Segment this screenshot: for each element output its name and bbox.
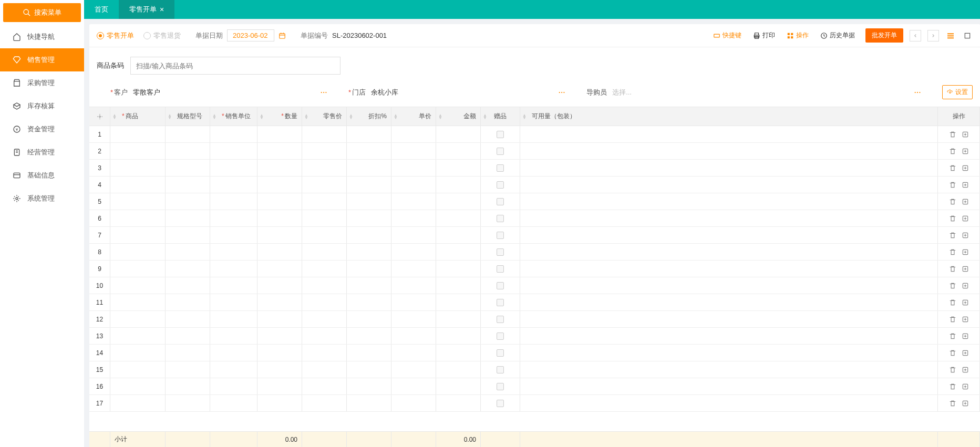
gift-checkbox[interactable] bbox=[497, 316, 504, 323]
radio-retail-open[interactable]: 零售开单 bbox=[97, 31, 134, 40]
btn-batch-order[interactable]: 批发开单 bbox=[865, 28, 903, 43]
add-row-icon[interactable] bbox=[962, 332, 969, 340]
store-picker-icon[interactable]: ··· bbox=[559, 89, 565, 96]
nav-basic[interactable]: 基础信息 bbox=[0, 164, 84, 187]
add-row-icon[interactable] bbox=[962, 164, 969, 172]
tab-retail[interactable]: 零售开单 × bbox=[119, 0, 174, 19]
table-row[interactable]: 17 bbox=[89, 395, 980, 412]
delete-icon[interactable] bbox=[949, 282, 956, 289]
delete-icon[interactable] bbox=[949, 148, 956, 155]
gift-checkbox[interactable] bbox=[497, 282, 504, 289]
delete-icon[interactable] bbox=[949, 332, 956, 340]
table-row[interactable]: 1 bbox=[89, 126, 980, 143]
filter-customer[interactable]: *客户 零散客户 bbox=[110, 88, 175, 97]
table-row[interactable]: 9 bbox=[89, 261, 980, 277]
add-row-icon[interactable] bbox=[962, 366, 969, 373]
table-row[interactable]: 14 bbox=[89, 345, 980, 361]
delete-icon[interactable] bbox=[949, 383, 956, 390]
nav-quick[interactable]: 快捷导航 bbox=[0, 25, 84, 48]
nav-system[interactable]: 系统管理 bbox=[0, 187, 84, 210]
add-row-icon[interactable] bbox=[962, 181, 969, 189]
tool-shortcut[interactable]: 快捷键 bbox=[713, 31, 741, 40]
delete-icon[interactable] bbox=[949, 198, 956, 205]
nav-inventory[interactable]: 库存核算 bbox=[0, 95, 84, 118]
gift-checkbox[interactable] bbox=[497, 383, 504, 390]
table-row[interactable]: 12 bbox=[89, 311, 980, 328]
gift-checkbox[interactable] bbox=[497, 349, 504, 357]
table-row[interactable]: 11 bbox=[89, 294, 980, 311]
prev-button[interactable] bbox=[910, 30, 921, 41]
delete-icon[interactable] bbox=[949, 316, 956, 323]
add-row-icon[interactable] bbox=[962, 232, 969, 239]
gift-checkbox[interactable] bbox=[497, 232, 504, 239]
radio-retail-return[interactable]: 零售退货 bbox=[143, 31, 181, 40]
nav-purchase[interactable]: 采购管理 bbox=[0, 71, 84, 95]
table-row[interactable]: 7 bbox=[89, 227, 980, 244]
gift-checkbox[interactable] bbox=[497, 248, 504, 256]
table-row[interactable]: 13 bbox=[89, 328, 980, 345]
gift-checkbox[interactable] bbox=[497, 400, 504, 407]
filter-store[interactable]: *门店 余杭小库 bbox=[348, 88, 413, 97]
add-row-icon[interactable] bbox=[962, 215, 969, 222]
delete-icon[interactable] bbox=[949, 265, 956, 273]
delete-icon[interactable] bbox=[949, 232, 956, 239]
gift-checkbox[interactable] bbox=[497, 181, 504, 189]
add-row-icon[interactable] bbox=[962, 383, 969, 390]
add-row-icon[interactable] bbox=[962, 400, 969, 407]
nav-sales[interactable]: 销售管理 bbox=[0, 48, 84, 71]
list-view-button[interactable] bbox=[945, 30, 956, 41]
add-row-icon[interactable] bbox=[962, 299, 969, 306]
add-row-icon[interactable] bbox=[962, 148, 969, 155]
next-button[interactable] bbox=[927, 30, 939, 41]
table-row[interactable]: 4 bbox=[89, 176, 980, 193]
gift-checkbox[interactable] bbox=[497, 198, 504, 205]
delete-icon[interactable] bbox=[949, 299, 956, 306]
table-row[interactable]: 6 bbox=[89, 210, 980, 227]
delete-icon[interactable] bbox=[949, 349, 956, 357]
close-icon[interactable]: × bbox=[160, 5, 164, 14]
add-row-icon[interactable] bbox=[962, 248, 969, 256]
add-row-icon[interactable] bbox=[962, 198, 969, 205]
gift-checkbox[interactable] bbox=[497, 148, 504, 155]
tool-print[interactable]: 打印 bbox=[753, 31, 775, 40]
settings-button[interactable]: 设置 bbox=[942, 85, 973, 99]
gift-checkbox[interactable] bbox=[497, 164, 504, 172]
add-row-icon[interactable] bbox=[962, 131, 969, 138]
expand-button[interactable] bbox=[962, 30, 973, 41]
table-row[interactable]: 5 bbox=[89, 193, 980, 210]
nav-finance[interactable]: ¥ 资金管理 bbox=[0, 118, 84, 141]
table-row[interactable]: 2 bbox=[89, 143, 980, 160]
calendar-icon[interactable] bbox=[278, 32, 286, 39]
table-row[interactable]: 15 bbox=[89, 361, 980, 378]
guide-picker-icon[interactable]: ··· bbox=[914, 89, 921, 96]
delete-icon[interactable] bbox=[949, 400, 956, 407]
barcode-input[interactable] bbox=[130, 57, 341, 75]
delete-icon[interactable] bbox=[949, 248, 956, 256]
gift-checkbox[interactable] bbox=[497, 366, 504, 373]
add-row-icon[interactable] bbox=[962, 316, 969, 323]
table-row[interactable]: 16 bbox=[89, 378, 980, 395]
filter-guide[interactable]: 导购员 选择... bbox=[586, 88, 654, 97]
gift-checkbox[interactable] bbox=[497, 215, 504, 222]
search-menu-button[interactable]: 搜索菜单 bbox=[3, 3, 81, 22]
gear-icon[interactable] bbox=[97, 113, 103, 120]
delete-icon[interactable] bbox=[949, 164, 956, 172]
table-row[interactable]: 8 bbox=[89, 244, 980, 261]
delete-icon[interactable] bbox=[949, 366, 956, 373]
delete-icon[interactable] bbox=[949, 181, 956, 189]
tool-ops[interactable]: 操作 bbox=[787, 31, 809, 40]
customer-picker-icon[interactable]: ··· bbox=[321, 89, 327, 96]
date-input[interactable]: 2023-06-02 bbox=[227, 29, 274, 41]
delete-icon[interactable] bbox=[949, 215, 956, 222]
tool-history[interactable]: 历史单据 bbox=[820, 31, 855, 40]
nav-operations[interactable]: 经营管理 bbox=[0, 141, 84, 164]
gift-checkbox[interactable] bbox=[497, 332, 504, 340]
gift-checkbox[interactable] bbox=[497, 131, 504, 138]
delete-icon[interactable] bbox=[949, 131, 956, 138]
gift-checkbox[interactable] bbox=[497, 265, 504, 273]
add-row-icon[interactable] bbox=[962, 282, 969, 289]
add-row-icon[interactable] bbox=[962, 265, 969, 273]
table-row[interactable]: 10 bbox=[89, 277, 980, 294]
add-row-icon[interactable] bbox=[962, 349, 969, 357]
table-row[interactable]: 3 bbox=[89, 160, 980, 176]
